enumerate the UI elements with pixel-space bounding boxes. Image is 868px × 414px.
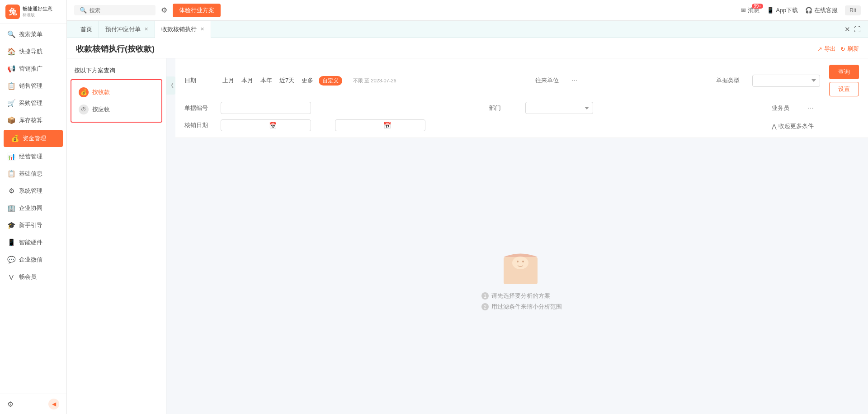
filter-row-2: 单据编号 部门 业务员 ···	[184, 102, 859, 114]
tab-expand-button[interactable]: ⛶	[854, 25, 861, 33]
salesperson-input[interactable]: ···	[808, 104, 814, 112]
refresh-button[interactable]: ↻ 刷新	[840, 45, 859, 53]
offset-date-end-input[interactable]: 2023-07-21	[340, 122, 381, 129]
svg-point-1	[512, 257, 528, 269]
calendar-end-icon[interactable]: 📅	[383, 122, 391, 129]
sidebar-item-wechat[interactable]: 💬 企业微信	[0, 251, 66, 268]
collapse-more-label: 收起更多条件	[778, 122, 814, 130]
department-select[interactable]	[525, 102, 593, 114]
export-button[interactable]: ↗ 导出	[817, 45, 836, 53]
department-label: 部门	[489, 104, 516, 112]
online-service-button[interactable]: 🎧 在线客服	[805, 6, 838, 14]
messages-badge: 99+	[752, 4, 763, 9]
messages-button[interactable]: ✉ 消息 99+	[741, 6, 760, 14]
date-tab-this-month[interactable]: 本月	[240, 76, 255, 86]
solution-button[interactable]: 体验行业方案	[173, 4, 221, 17]
offset-date-start-input[interactable]: 2023-03-01	[226, 122, 266, 129]
svg-point-2	[517, 261, 519, 262]
counter-party-label: 往来单位	[535, 76, 562, 85]
message-icon: ✉	[741, 7, 746, 14]
panel-collapse-button[interactable]: 《	[166, 76, 175, 95]
empty-hint-2: 2 用过滤条件来缩小分析范围	[481, 303, 562, 311]
hint-label-2: 用过滤条件来缩小分析范围	[491, 303, 562, 311]
tab-prepay-close[interactable]: ✕	[144, 26, 148, 32]
wechat-icon: 💬	[7, 256, 15, 264]
sidebar-item-operation[interactable]: 📊 经营管理	[0, 148, 66, 165]
doc-type-select[interactable]	[752, 75, 820, 87]
date-tab-more[interactable]: 更多	[300, 76, 315, 86]
date-tab-this-year[interactable]: 本年	[259, 76, 274, 86]
date-sub-label: 不限 至 2023-07-26	[353, 77, 396, 84]
date-tab-last-month[interactable]: 上月	[221, 76, 236, 86]
export-label: 导出	[824, 45, 836, 53]
tab-home[interactable]: 首页	[74, 21, 99, 38]
marketing-icon: 📢	[7, 65, 15, 73]
page-header: 收款核销执行(按收款) ↗ 导出 ↻ 刷新	[67, 38, 868, 58]
header-right: ✉ 消息 99+ 📱 App下载 🎧 在线客服 Rit	[741, 5, 861, 15]
sidebar-item-label: 营销推广	[19, 65, 42, 73]
collapse-more-button[interactable]: ⋀ 收起更多条件	[772, 120, 814, 130]
inventory-icon: 📦	[7, 116, 15, 124]
app-name: 畅捷通好生意	[23, 5, 52, 12]
app-download-button[interactable]: 📱 App下载	[767, 6, 798, 14]
refresh-icon: ↻	[840, 46, 845, 52]
sidebar-item-quick-nav[interactable]: 🏠 快捷导航	[0, 43, 66, 60]
sidebar-item-basic-info[interactable]: 📋 基础信息	[0, 165, 66, 182]
tab-close-all-button[interactable]: ✕	[844, 25, 850, 33]
tab-bar: 首页 预付冲应付单 ✕ 收款核销执行 ✕ ✕ ⛶	[67, 21, 868, 38]
empty-text: 1 请先选择要分析的方案 2 用过滤条件来缩小分析范围	[481, 292, 562, 311]
settings-button[interactable]: 设置	[829, 82, 859, 96]
sidebar-item-inventory[interactable]: 📦 库存核算	[0, 112, 66, 129]
counter-party-input[interactable]: ···	[571, 76, 577, 85]
by-receivable-label: 按应收	[92, 105, 110, 114]
date-tab-7days[interactable]: 近7天	[278, 76, 296, 86]
sidebar-collapse-button[interactable]: ◀	[48, 399, 59, 409]
tab-receipt-offset[interactable]: 收款核销执行 ✕	[155, 21, 211, 38]
sidebar-item-finance[interactable]: 💰 资金管理	[4, 130, 63, 147]
sidebar-item-label: 企业微信	[19, 256, 42, 264]
doc-number-label: 单据编号	[184, 104, 212, 112]
refresh-label: 刷新	[847, 45, 859, 53]
basic-info-icon: 📋	[7, 170, 15, 178]
calendar-start-icon[interactable]: 📅	[269, 122, 277, 129]
date-tab-custom[interactable]: 自定义	[319, 76, 342, 86]
user-menu[interactable]: Rit	[845, 5, 861, 15]
sidebar-item-marketing[interactable]: 📢 营销推广	[0, 60, 66, 77]
sidebar-item-member[interactable]: V 畅会员	[0, 268, 66, 286]
hint-num-1: 1	[481, 292, 489, 300]
tab-prepay-offset[interactable]: 预付冲应付单 ✕	[99, 21, 155, 38]
empty-hint-1: 1 请先选择要分析的方案	[481, 292, 562, 300]
sidebar-item-enterprise[interactable]: 🏢 企业协同	[0, 200, 66, 217]
sidebar-item-purchase[interactable]: 🛒 采购管理	[0, 95, 66, 112]
filter-by-receipt[interactable]: 💰 按收款	[71, 84, 161, 101]
sidebar-nav: 🔍 搜索菜单 🏠 快捷导航 📢 营销推广 📋 销售管理 🛒 采购管理 📦 库存核…	[0, 24, 66, 394]
sidebar-item-sales[interactable]: 📋 销售管理	[0, 77, 66, 95]
tab-receipt-close[interactable]: ✕	[200, 26, 204, 32]
sidebar-item-label: 企业协同	[19, 204, 42, 212]
tab-actions: ✕ ⛶	[844, 25, 861, 33]
sidebar-item-search-menu[interactable]: 🔍 搜索菜单	[0, 26, 66, 43]
sidebar-item-label: 销售管理	[19, 82, 42, 90]
settings-icon[interactable]: ⚙	[7, 400, 14, 409]
filter-by-receivable[interactable]: ⏱ 按应收	[71, 101, 161, 118]
empty-illustration	[495, 241, 549, 286]
left-panel: 按以下方案查询 💰 按收款 ⏱ 按应收	[67, 58, 166, 414]
doc-number-input[interactable]	[221, 102, 311, 114]
sidebar-item-system[interactable]: ⚙ 系统管理	[0, 182, 66, 200]
page-actions: ↗ 导出 ↻ 刷新	[817, 45, 859, 53]
query-button[interactable]: 查询	[829, 65, 859, 79]
settings-icon[interactable]: ⚙	[161, 6, 167, 14]
global-search-box[interactable]: 🔍	[74, 5, 156, 15]
search-input[interactable]	[90, 7, 144, 14]
sidebar-item-label: 快捷导航	[19, 48, 42, 56]
empty-state: 1 请先选择要分析的方案 2 用过滤条件来缩小分析范围	[175, 138, 868, 414]
app-icon: 📱	[767, 7, 774, 14]
filter-bar: 日期 上月 本月 本年 近7天 更多 自定义 不限 至 2023-07-26	[175, 58, 868, 138]
tab-receipt-label: 收款核销执行	[161, 25, 197, 33]
by-receipt-label: 按收款	[92, 88, 110, 96]
sidebar-item-beginner[interactable]: 🎓 新手引导	[0, 217, 66, 234]
enterprise-icon: 🏢	[7, 204, 15, 212]
by-receivable-icon: ⏱	[79, 105, 89, 114]
page-title: 收款核销执行(按收款)	[76, 43, 155, 54]
sidebar-item-smart-hw[interactable]: 📱 智能硬件	[0, 234, 66, 251]
